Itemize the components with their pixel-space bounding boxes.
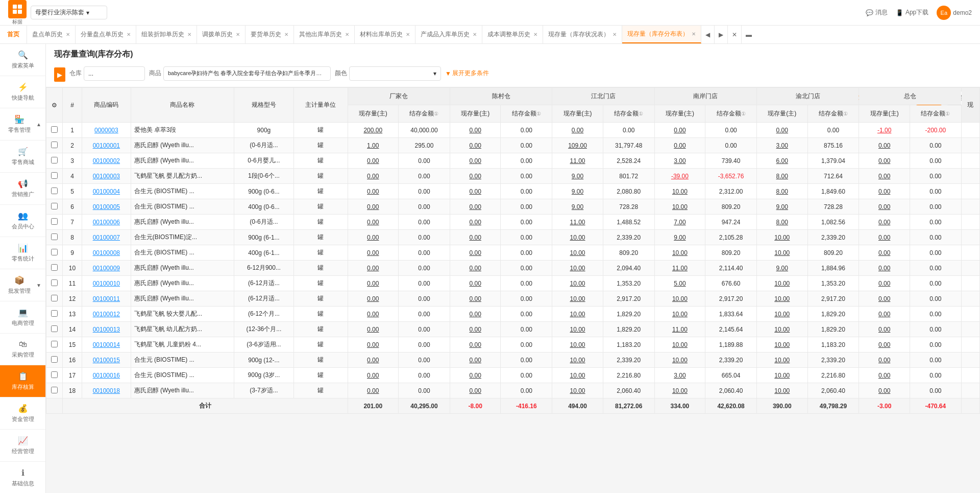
tab-close-button[interactable]: ✕ xyxy=(728,26,742,43)
row-check[interactable] xyxy=(46,261,63,276)
close-icon[interactable]: ✕ xyxy=(236,32,240,37)
data-table: ⚙ # 商品编码 商品名称 规格型号 主计量单位 厂家仓 陈村仓 江北门店 南岸… xyxy=(46,87,980,414)
tab-next-button[interactable]: ▶ xyxy=(715,26,728,43)
row-check[interactable] xyxy=(46,215,63,230)
sidebar-item-marketing[interactable]: 📢 营销推广 xyxy=(0,173,45,205)
row-checkbox[interactable] xyxy=(51,356,58,363)
row-check[interactable] xyxy=(46,153,63,169)
row-check[interactable] xyxy=(46,322,63,337)
message-button[interactable]: 💬 消息 xyxy=(866,8,888,17)
close-icon[interactable]: ✕ xyxy=(187,32,191,37)
sidebar-item-retail[interactable]: 🏪 零售管理 ▲ xyxy=(0,108,45,140)
sidebar-item-member[interactable]: 👥 会员中心 xyxy=(0,205,45,237)
row-check[interactable] xyxy=(46,276,63,291)
close-icon[interactable]: ✕ xyxy=(345,32,349,37)
row-checkbox[interactable] xyxy=(51,310,58,317)
row-checkbox[interactable] xyxy=(51,126,58,133)
tab-material-out[interactable]: 材料出库单历史 ✕ xyxy=(355,26,415,43)
sidebar-item-inventory[interactable]: 📋 库存核算 xyxy=(0,365,45,397)
row-checkbox[interactable] xyxy=(51,142,58,148)
row-checkbox[interactable] xyxy=(51,157,58,163)
tab-purchase-order[interactable]: 要货单历史 ✕ xyxy=(246,26,294,43)
sidebar-item-ecommerce[interactable]: 💻 电商管理 xyxy=(0,301,45,334)
sidebar-item-search[interactable]: 🔍 搜索英单 xyxy=(0,44,45,76)
tab-stock-dist[interactable]: 现存量（库存分布表） ✕ xyxy=(622,26,701,43)
goods-input[interactable]: babycare孕妇待产包 春季入院全套母子组合孕妇产后冬季月子用品 22件套 … xyxy=(163,66,331,81)
tab-inventory-check[interactable]: 盘点单历史 ✕ xyxy=(27,26,76,43)
row-checkbox[interactable] xyxy=(51,371,58,378)
row-check[interactable] xyxy=(46,291,63,307)
row-check[interactable] xyxy=(46,123,63,138)
wholesale-icon: 📦 xyxy=(14,275,24,285)
sum-chenfu-amt: -416.16 xyxy=(501,398,552,414)
tab-home[interactable]: 首页 xyxy=(0,26,27,43)
expand-button[interactable]: ▶ xyxy=(54,67,65,82)
close-icon[interactable]: ✕ xyxy=(127,32,131,37)
tab-split-check[interactable]: 分量盘点单历史 ✕ xyxy=(76,26,136,43)
row-check[interactable] xyxy=(46,368,63,383)
row-checkbox[interactable] xyxy=(51,264,58,271)
close-icon[interactable]: ✕ xyxy=(533,32,537,37)
close-icon[interactable]: ✕ xyxy=(473,32,477,37)
row-check[interactable] xyxy=(46,337,63,353)
tab-stock-status[interactable]: 现存量（库存状况表） ✕ xyxy=(543,26,622,43)
sidebar-item-quicknav[interactable]: ⚡ 快捷导航 xyxy=(0,76,45,108)
row-check[interactable] xyxy=(46,353,63,368)
row-checkbox[interactable] xyxy=(51,295,58,301)
row-check[interactable] xyxy=(46,169,63,184)
expand-conditions[interactable]: ▼ 展开更多条件 xyxy=(445,69,489,78)
close-icon[interactable]: ✕ xyxy=(284,32,288,37)
tab-transfer[interactable]: 调拨单历史 ✕ xyxy=(197,26,246,43)
sidebar-item-purchase[interactable]: 🛍 采购管理 xyxy=(0,334,45,365)
row-yubei-stock: 10.00 xyxy=(757,322,807,337)
sidebar-item-mall[interactable]: 🛒 零售商城 xyxy=(0,140,45,173)
close-icon[interactable]: ✕ xyxy=(406,32,410,37)
tab-product-in[interactable]: 产成品入库单历史 ✕ xyxy=(415,26,482,43)
close-icon[interactable]: ✕ xyxy=(66,32,70,37)
warehouse-input[interactable]: ... xyxy=(84,66,145,81)
row-factory-amt: 0.00 xyxy=(399,184,450,199)
row-check[interactable] xyxy=(46,383,63,398)
tab-cost-adjust[interactable]: 成本调整单历史 ✕ xyxy=(482,26,543,43)
row-check[interactable] xyxy=(46,230,63,245)
row-nanan-stock: -39.00 xyxy=(654,169,705,184)
row-check[interactable] xyxy=(46,307,63,322)
tab-other-out[interactable]: 其他出库单历史 ✕ xyxy=(294,26,355,43)
user-menu[interactable]: Ea demo2 xyxy=(937,6,972,20)
row-check[interactable] xyxy=(46,245,63,261)
row-checkbox[interactable] xyxy=(51,341,58,347)
row-checkbox[interactable] xyxy=(51,279,58,286)
row-checkbox[interactable] xyxy=(51,187,58,194)
col-settings-header[interactable]: ⚙ xyxy=(46,88,63,123)
row-checkbox[interactable] xyxy=(51,218,58,225)
sidebar-item-basic-info[interactable]: ℹ 基础信息 xyxy=(0,462,45,493)
row-name: 合生元 (BIOSTIME) ... xyxy=(131,245,234,261)
sidebar-item-wholesale[interactable]: 📦 批发管理 ▼ xyxy=(0,269,45,301)
row-checkbox[interactable] xyxy=(51,203,58,209)
sidebar-item-retail-stats[interactable]: 📊 零售统计 xyxy=(0,237,45,269)
row-total-amt: 0.00 xyxy=(910,291,961,307)
row-checkbox[interactable] xyxy=(51,233,58,240)
close-icon[interactable]: ✕ xyxy=(692,31,696,37)
row-checkbox[interactable] xyxy=(51,387,58,393)
settings-icon[interactable]: ⚙ xyxy=(52,102,57,109)
tab-prev-button[interactable]: ◀ xyxy=(701,26,715,43)
store-selector[interactable]: 母婴行业演示陈套 ▾ xyxy=(31,6,107,19)
color-input[interactable]: ▾ xyxy=(349,66,441,81)
close-icon[interactable]: ✕ xyxy=(612,32,617,37)
row-checkbox[interactable] xyxy=(51,249,58,255)
tab-assemble[interactable]: 组装折卸单历史 ✕ xyxy=(136,26,197,43)
sidebar-item-operations[interactable]: 📈 经营管理 xyxy=(0,430,45,462)
app-download-button[interactable]: 📱 App下载 xyxy=(896,8,928,17)
row-jiangbei-amt: 2,339.20 xyxy=(603,353,654,368)
sidebar-item-finance[interactable]: 💰 资金管理 xyxy=(0,397,45,430)
row-index: 9 xyxy=(63,245,82,261)
row-check[interactable] xyxy=(46,199,63,215)
row-check[interactable] xyxy=(46,138,63,153)
row-checkbox[interactable] xyxy=(51,172,58,179)
row-now xyxy=(961,123,979,138)
row-checkbox[interactable] xyxy=(51,325,58,332)
row-check[interactable] xyxy=(46,184,63,199)
row-unit: 罐 xyxy=(294,322,348,337)
tab-menu-button[interactable]: ▬ xyxy=(742,26,756,43)
